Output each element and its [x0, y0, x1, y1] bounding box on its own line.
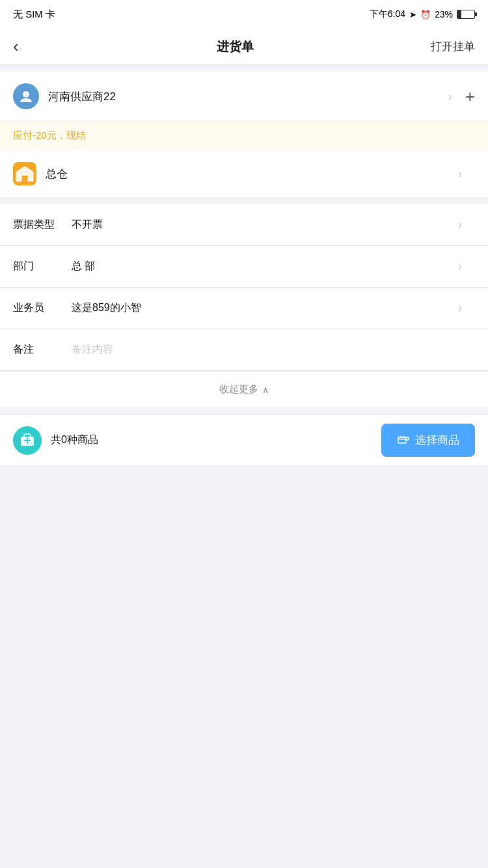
remark-label: 备注 [13, 343, 65, 357]
add-button[interactable]: + [465, 88, 475, 105]
department-chevron-icon: › [458, 260, 462, 273]
time-text: 下午6:04 [370, 8, 405, 20]
supplier-avatar [13, 83, 39, 109]
location-icon: ➤ [409, 10, 416, 20]
nav-bar: ‹ 进货单 打开挂单 [0, 29, 488, 65]
select-product-button[interactable]: 选择商品 [381, 424, 475, 457]
warehouse-chevron-icon: › [458, 167, 462, 181]
remark-input[interactable]: 备注内容 [65, 343, 475, 357]
mid-divider [0, 198, 488, 204]
supplier-chevron-icon: › [448, 90, 452, 103]
svg-rect-1 [22, 176, 28, 182]
cart-icon [397, 434, 410, 447]
form-section: 票据类型 不开票 › 部门 总 部 › 业务员 这是859的小智 › 备注 备注… [0, 204, 488, 407]
salesperson-chevron-icon: › [458, 301, 462, 315]
svg-rect-3 [398, 437, 406, 443]
invoice-row[interactable]: 票据类型 不开票 › [0, 204, 488, 246]
bottom-bar: 共0种商品 选择商品 [0, 414, 488, 467]
top-divider [0, 65, 488, 72]
salesperson-row[interactable]: 业务员 这是859的小智 › [0, 288, 488, 329]
department-value: 总 部 [65, 260, 458, 273]
page-title: 进货单 [217, 38, 254, 55]
remark-row[interactable]: 备注 备注内容 [0, 329, 488, 371]
collapse-row[interactable]: 收起更多 ∧ [0, 371, 488, 407]
department-label: 部门 [13, 260, 65, 273]
invoice-chevron-icon: › [458, 218, 462, 232]
status-bar: 无 SIM 卡 下午6:04 ➤ ⏰ 23% [0, 0, 488, 29]
notice-bar: 应付-20元，现结 [0, 122, 488, 150]
carrier-text: 无 SIM 卡 [13, 8, 55, 21]
battery-icon [457, 10, 475, 19]
status-right: 下午6:04 ➤ ⏰ 23% [370, 8, 475, 20]
open-pending-button[interactable]: 打开挂单 [431, 39, 475, 54]
notice-text: 应付-20元，现结 [13, 129, 86, 141]
battery-text: 23% [435, 9, 453, 20]
alarm-icon: ⏰ [420, 10, 431, 20]
product-count: 共0种商品 [51, 433, 381, 447]
supplier-section: 河南供应商22 › + 应付-20元，现结 总仓 › [0, 72, 488, 198]
back-button[interactable]: ‹ [13, 36, 39, 57]
salesperson-label: 业务员 [13, 301, 65, 315]
warehouse-row[interactable]: 总仓 › [0, 150, 488, 198]
page-background [0, 467, 488, 662]
product-icon [13, 426, 42, 455]
department-row[interactable]: 部门 总 部 › [0, 246, 488, 288]
warehouse-name: 总仓 [46, 167, 458, 182]
status-left: 无 SIM 卡 [13, 8, 61, 21]
supplier-row[interactable]: 河南供应商22 › + [0, 72, 488, 122]
warehouse-icon [13, 162, 36, 185]
salesperson-value: 这是859的小智 [65, 301, 458, 315]
select-product-label: 选择商品 [415, 433, 459, 448]
svg-point-0 [23, 91, 29, 98]
invoice-value: 不开票 [65, 218, 458, 232]
supplier-name: 河南供应商22 [48, 89, 448, 104]
collapse-arrow-icon: ∧ [262, 385, 269, 395]
collapse-label: 收起更多 [219, 383, 258, 396]
invoice-label: 票据类型 [13, 218, 65, 232]
